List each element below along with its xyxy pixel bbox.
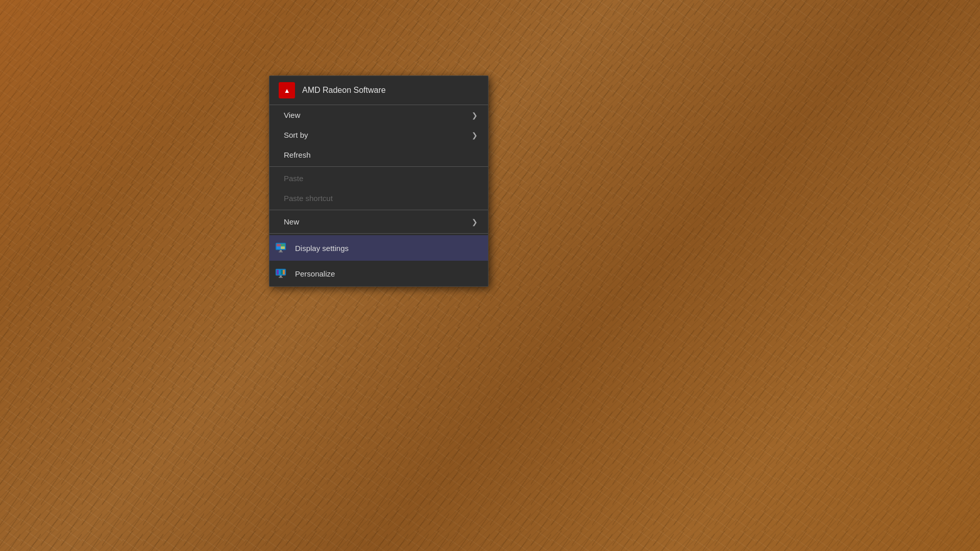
display-settings-icon (275, 241, 289, 255)
menu-item-display-settings-label: Display settings (295, 244, 349, 253)
menu-item-paste: Paste (270, 168, 488, 188)
menu-item-view-label: View (284, 111, 300, 119)
menu-item-new[interactable]: New ❯ (270, 212, 488, 232)
menu-item-display-settings[interactable]: Display settings (270, 235, 488, 261)
chevron-right-icon: ❯ (472, 111, 478, 119)
menu-item-view[interactable]: View ❯ (270, 105, 488, 125)
menu-item-personalize[interactable]: Personalize (270, 261, 488, 286)
chevron-right-icon: ❯ (472, 218, 478, 226)
menu-separator-2 (270, 210, 488, 210)
amd-label: AMD Radeon Software (302, 86, 386, 95)
svg-rect-12 (277, 270, 279, 274)
menu-item-refresh[interactable]: Refresh (270, 145, 488, 165)
amd-icon: ▲ (279, 82, 295, 98)
personalize-icon (275, 266, 289, 281)
svg-rect-13 (279, 270, 281, 274)
svg-rect-3 (279, 252, 283, 253)
chevron-right-icon: ❯ (472, 131, 478, 139)
menu-item-sort-by[interactable]: Sort by ❯ (270, 125, 488, 145)
svg-rect-6 (277, 246, 281, 249)
svg-rect-4 (277, 244, 281, 246)
desktop-background (0, 0, 980, 551)
menu-item-new-label: New (284, 217, 299, 226)
svg-rect-10 (280, 276, 282, 277)
menu-separator-1 (270, 166, 488, 167)
context-menu-header[interactable]: ▲ AMD Radeon Software (270, 76, 488, 105)
menu-separator-3 (270, 233, 488, 234)
svg-rect-11 (279, 277, 283, 278)
menu-item-personalize-label: Personalize (295, 269, 335, 278)
menu-item-paste-label: Paste (284, 174, 303, 183)
menu-item-sort-by-label: Sort by (284, 131, 308, 139)
svg-rect-2 (280, 250, 282, 252)
svg-rect-14 (281, 270, 283, 274)
svg-rect-7 (281, 246, 285, 249)
menu-item-paste-shortcut: Paste shortcut (270, 188, 488, 208)
context-menu: ▲ AMD Radeon Software View ❯ Sort by ❯ R… (269, 76, 488, 287)
svg-rect-5 (281, 244, 285, 246)
menu-item-refresh-label: Refresh (284, 151, 311, 159)
svg-rect-15 (283, 270, 285, 274)
menu-item-paste-shortcut-label: Paste shortcut (284, 194, 333, 203)
